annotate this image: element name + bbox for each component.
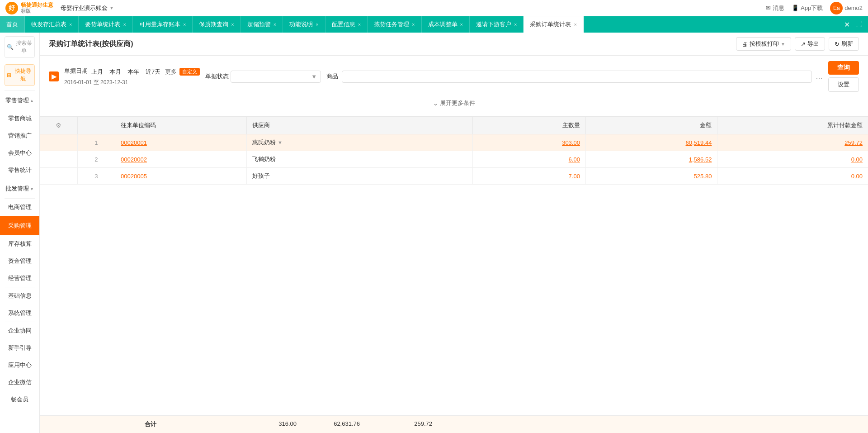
paid-link[interactable]: 0.00 (851, 173, 863, 180)
app-download-button[interactable]: 📱 App下载 (792, 4, 823, 12)
tab-cost-adjust[interactable]: 成本调整单 × (422, 16, 470, 33)
tab-function-desc[interactable]: 功能说明 × (283, 16, 325, 33)
tab-home[interactable]: 首页 (0, 16, 25, 33)
tab-close-icon[interactable]: × (358, 22, 361, 27)
sidebar-item-ops-mgmt[interactable]: 经营管理 (0, 270, 39, 287)
goods-input[interactable] (342, 71, 812, 83)
col-header-check: ⚙ (40, 117, 77, 134)
tab-close-icon[interactable]: × (412, 22, 415, 27)
tab-close-icon[interactable]: × (514, 22, 517, 27)
date-last-7-btn[interactable]: 近7天 (144, 67, 162, 77)
col-header-paid: 累计付款金额 (717, 117, 868, 134)
filter-goods-section: 商品 … (326, 71, 823, 83)
sidebar-item-purchase-mgmt[interactable]: 采购管理 (0, 216, 39, 235)
top-bar-left: 好 畅捷通好生意 标版 母婴行业演示账套 ▼ (5, 2, 118, 14)
query-button[interactable]: 查询 (828, 61, 859, 75)
tab-close-icon[interactable]: × (183, 22, 186, 27)
sidebar-item-retail-mgmt[interactable]: 零售管理 ▲ (0, 91, 39, 110)
tab-invite-downstream[interactable]: 邀请下游客户 × (470, 16, 524, 33)
paid-link[interactable]: 259.72 (844, 139, 863, 146)
row-qty-cell: 7.00 (473, 168, 586, 185)
top-bar: 好 畅捷通好生意 标版 母婴行业演示账套 ▼ ✉ 消息 📱 App下载 Ea d… (0, 0, 868, 16)
sidebar-item-ecommerce-mgmt[interactable]: 电商管理 (0, 199, 39, 216)
expand-conditions-button[interactable]: ⌄ 展开更多条件 (429, 95, 479, 111)
tab-close-icon[interactable]: × (231, 22, 234, 27)
sidebar-item-retail-shop[interactable]: 零售商城 (0, 110, 39, 127)
expand-down-icon: ⌄ (433, 100, 438, 107)
sidebar-item-member[interactable]: 畅会员 (0, 391, 39, 408)
date-range-display: 2016-01-01 至 2023-12-31 (64, 79, 200, 86)
sidebar-item-enterprise-collab[interactable]: 企业协同 (0, 322, 39, 339)
sidebar-item-enterprise-wechat[interactable]: 企业微信 (0, 374, 39, 391)
code-link[interactable]: 00020002 (121, 156, 147, 163)
sidebar-item-system-mgmt[interactable]: 系统管理 (0, 305, 39, 322)
footer-paid: 259.72 (365, 420, 438, 428)
avatar: Ea (830, 2, 843, 14)
tab-close-icon[interactable]: × (69, 22, 72, 27)
tab-close-active-icon[interactable]: × (574, 22, 576, 27)
amount-link[interactable]: 60,519.44 (686, 139, 712, 146)
sidebar-item-basic-info[interactable]: 基础信息 (0, 287, 39, 305)
code-link[interactable]: 00020005 (121, 173, 147, 180)
tab-close-icon[interactable]: × (123, 22, 126, 27)
tab-close-icon[interactable]: × (316, 22, 318, 27)
quick-nav-button[interactable]: ⊞ 快捷导航 (5, 64, 35, 86)
tab-expiry-query[interactable]: 保质期查询 × (193, 16, 241, 33)
filter-toggle-button[interactable]: ▶ (49, 71, 59, 81)
qty-link[interactable]: 303.00 (562, 139, 580, 146)
tab-overstock-alert[interactable]: 超储预警 × (241, 16, 283, 33)
fullscreen-icon[interactable]: ⛶ (854, 19, 864, 30)
print-button[interactable]: 🖨 按模板打印 ▼ (736, 37, 791, 51)
qty-link[interactable]: 6.00 (569, 156, 580, 163)
sidebar-item-new-guide[interactable]: 新手引导 (0, 339, 39, 357)
sidebar-item-finance-mgmt[interactable]: 资金管理 (0, 252, 39, 270)
tab-pick-task[interactable]: 拣货任务管理 × (368, 16, 421, 33)
col-header-code: 往来单位编码 (115, 117, 247, 134)
row-code-cell: 00020001 (115, 134, 247, 151)
nav-icon: ⊞ (7, 72, 11, 78)
tab-close-icon[interactable]: × (274, 22, 276, 27)
amount-link[interactable]: 1,586.52 (689, 156, 712, 163)
search-menu-button[interactable]: 🔍 搜索菜单 (5, 36, 35, 58)
qty-link[interactable]: 7.00 (569, 173, 580, 180)
sidebar-item-retail-stats[interactable]: 零售统计 (0, 162, 39, 179)
status-select[interactable]: ▼ (231, 71, 321, 83)
tab-inventory-ledger[interactable]: 可用量库存账本 × (133, 16, 193, 33)
date-this-month-btn[interactable]: 本月 (108, 67, 123, 77)
export-icon: ↗ (801, 41, 806, 48)
tab-purchase-summary[interactable]: 采购订单统计表 × (524, 16, 583, 33)
refresh-button[interactable]: ↻ 刷新 (829, 37, 859, 51)
date-more-btn[interactable]: 更多 (165, 68, 177, 76)
user-menu[interactable]: Ea demo2 (830, 2, 863, 14)
col-header-amount: 金额 (585, 117, 717, 134)
close-all-icon[interactable]: ✕ (842, 19, 852, 31)
gear-icon[interactable]: ⚙ (56, 122, 61, 129)
export-button[interactable]: ↗ 导出 (795, 37, 825, 51)
paid-link[interactable]: 0.00 (851, 156, 863, 163)
sidebar-item-member-center[interactable]: 会员中心 (0, 144, 39, 162)
filter-area: ▶ 单据日期 上月 本月 本年 近7天 更多 自定义 (40, 56, 868, 117)
tab-config-info[interactable]: 配置信息 × (326, 16, 368, 33)
message-button[interactable]: ✉ 消息 (766, 4, 784, 12)
tab-close-icon[interactable]: × (460, 22, 463, 27)
date-this-year-btn[interactable]: 本年 (126, 67, 141, 77)
sidebar-item-wholesale-mgmt[interactable]: 批发管理 ▼ (0, 179, 39, 198)
workspace-selector[interactable]: 母婴行业演示账套 ▼ (57, 4, 118, 12)
expand-icon-2: ▼ (30, 186, 34, 191)
sidebar-item-app-center[interactable]: 应用中心 (0, 357, 39, 374)
sidebar-item-inventory-check[interactable]: 库存核算 (0, 235, 39, 252)
page-header-actions: 🖨 按模板打印 ▼ ↗ 导出 ↻ 刷新 (736, 37, 859, 55)
settings-button[interactable]: 设置 (828, 77, 859, 92)
logo-icon: 好 (5, 2, 18, 14)
tab-order-summary[interactable]: 要货单统计表 × (79, 16, 132, 33)
code-link[interactable]: 00020001 (121, 139, 147, 146)
row-check-cell (40, 134, 77, 151)
date-last-month-btn[interactable]: 上月 (90, 67, 105, 77)
goods-more-icon[interactable]: … (816, 72, 823, 81)
tab-receive-summary[interactable]: 收发存汇总表 × (25, 16, 79, 33)
row-idx-cell: 3 (77, 168, 115, 185)
amount-link[interactable]: 525.80 (694, 173, 712, 180)
sidebar-item-marketing[interactable]: 营销推广 (0, 127, 39, 144)
logo-area: 好 畅捷通好生意 标版 (5, 2, 53, 14)
row-code-cell: 00020005 (115, 168, 247, 185)
